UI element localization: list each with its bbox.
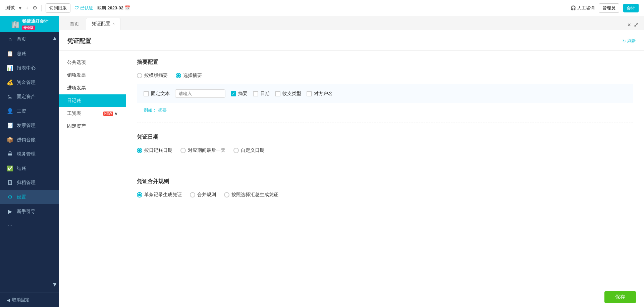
sidebar-item-ledger[interactable]: 📋 总账 xyxy=(0,46,59,61)
left-nav-item-public[interactable]: 公共选项 xyxy=(59,56,126,69)
sidebar-item-extra[interactable]: ··· xyxy=(0,219,59,233)
sidebar-item-salary[interactable]: 👤 工资 xyxy=(0,104,59,118)
date-radio-journal[interactable]: 按日记账日期 xyxy=(137,147,172,154)
logo-icon: 🏢 xyxy=(11,20,19,28)
topbar-certified: 🛡 已认证 xyxy=(74,5,93,11)
sidebar-item-settings[interactable]: ⚙ 设置 xyxy=(0,190,59,204)
tab-close-icon[interactable]: × xyxy=(112,21,115,26)
checkbox-label: 摘要 xyxy=(238,91,248,97)
merge-radio-rule[interactable]: 合并规则 xyxy=(190,192,216,198)
checkbox-date[interactable]: 日期 xyxy=(253,91,270,97)
topbar-switch-btn[interactable]: 切到旧版 xyxy=(46,3,70,13)
radio-circle-journal xyxy=(137,148,142,153)
tabbar: 首页 凭证配置 × × ⤢ xyxy=(59,16,644,30)
sidebar-item-sales[interactable]: 📦 进销台账 xyxy=(0,133,59,147)
chevron-right-icon: ∨ xyxy=(114,111,118,116)
merge-radio-single[interactable]: 单条记录生成凭证 xyxy=(137,192,182,198)
capital-icon: 💰 xyxy=(7,79,13,86)
refresh-icon: ↻ xyxy=(622,39,626,44)
reports-icon: 📊 xyxy=(7,65,13,71)
topbar-accountant-btn[interactable]: 会计 xyxy=(623,4,639,12)
salary-icon: 👤 xyxy=(7,108,13,114)
date-radio-period-last[interactable]: 对应期间最后一天 xyxy=(180,147,225,154)
radio-label: 对应期间最后一天 xyxy=(188,147,225,154)
left-nav-item-journal[interactable]: 日记账 xyxy=(59,94,126,107)
checkbox-counterpart[interactable]: 对方户名 xyxy=(307,91,333,97)
sidebar-item-capital[interactable]: 💰 资金管理 xyxy=(0,75,59,90)
sidebar-scroll-up-btn[interactable]: ▲ xyxy=(52,35,58,42)
checkbox-box-date xyxy=(253,91,258,96)
sidebar-item-reports[interactable]: 📊 报表中心 xyxy=(0,61,59,75)
date-radio-group: 按日记账日期 对应期间最后一天 自定义日期 xyxy=(137,147,633,154)
logo-title: 畅捷通好会计 xyxy=(22,18,48,24)
summary-title: 摘要配置 xyxy=(137,59,633,66)
checkbox-income-type[interactable]: 收支类型 xyxy=(275,91,301,97)
sidebar-item-checkout[interactable]: ✅ 结账 xyxy=(0,161,59,176)
sidebar-scroll: ⌂ 首页 📋 总账 📊 报表中心 💰 资金管理 🗂 固定资产 👤 工资 xyxy=(0,32,59,293)
save-bar: 保存 xyxy=(59,287,644,307)
topbar-project: 测试 xyxy=(5,5,15,11)
checkbox-summary[interactable]: ✓ 摘要 xyxy=(231,91,248,97)
ledger-icon: 📋 xyxy=(7,50,13,57)
checkbox-fixed-text[interactable]: 固定文本 xyxy=(144,91,170,97)
calendar-icon: 📅 xyxy=(125,5,130,10)
sidebar-scroll-down-btn[interactable]: ▼ xyxy=(52,281,58,288)
merge-radio-select-merge[interactable]: 按照选择汇总生成凭证 xyxy=(224,192,278,198)
checkbox-label: 日期 xyxy=(260,91,270,97)
sidebar-item-guide[interactable]: ▶ 新手引导 xyxy=(0,204,59,219)
checkbox-box-counterpart xyxy=(307,91,312,96)
tabbar-fullscreen-btn[interactable]: ⤢ xyxy=(634,21,639,29)
refresh-label: 刷新 xyxy=(627,38,636,44)
radio-label: 按模版摘要 xyxy=(144,73,168,79)
topbar-chevron-btn[interactable]: ▾ xyxy=(19,5,21,11)
example-prefix: 例如： xyxy=(144,107,157,113)
summary-radio-select[interactable]: 选择摘要 xyxy=(176,73,202,79)
topbar-add-btn[interactable]: + xyxy=(25,5,29,11)
left-nav: 公共选项 销项发票 进项发票 日记账 工资表 NEW xyxy=(59,51,126,287)
sidebar-item-home[interactable]: ⌂ 首页 xyxy=(0,32,59,46)
save-btn[interactable]: 保存 xyxy=(604,291,636,303)
topbar-consult[interactable]: 🎧 人工咨询 xyxy=(571,5,595,11)
left-nav-item-sales-invoice[interactable]: 销项发票 xyxy=(59,69,126,82)
left-nav-item-payroll[interactable]: 工资表 NEW ∨ xyxy=(59,107,126,120)
radio-label: 选择摘要 xyxy=(183,73,202,79)
summary-radio-group: 按模版摘要 选择摘要 xyxy=(137,73,633,79)
radio-circle-select-merge xyxy=(224,192,229,198)
tab-home[interactable]: 首页 xyxy=(64,18,85,30)
sidebar-item-tax[interactable]: 🏛 税务管理 xyxy=(0,147,59,161)
topbar-right: 🎧 人工咨询 管理员 会计 xyxy=(571,3,639,13)
tab-voucher-config[interactable]: 凭证配置 × xyxy=(86,18,120,30)
fixed-text-input[interactable] xyxy=(175,89,225,98)
left-nav-label: 销项发票 xyxy=(67,72,86,78)
sidebar-item-assets[interactable]: 🗂 固定资产 xyxy=(0,90,59,104)
sidebar-cancel-pin[interactable]: ◀ 取消固定 xyxy=(0,293,59,307)
certified-icon: 🛡 xyxy=(74,5,79,10)
radio-label: 按日记账日期 xyxy=(144,147,172,154)
checkout-icon: ✅ xyxy=(7,165,13,172)
checkbox-label: 收支类型 xyxy=(282,91,301,97)
sidebar-item-invoice[interactable]: 🧾 发票管理 xyxy=(0,118,59,133)
sidebar-item-archive[interactable]: 🗄 归档管理 xyxy=(0,176,59,190)
tax-icon: 🏛 xyxy=(7,151,13,157)
radio-circle-custom xyxy=(233,148,239,153)
date-radio-custom[interactable]: 自定义日期 xyxy=(233,147,264,154)
sidebar-item-label: 税务管理 xyxy=(17,151,36,157)
tabbar-close-btn[interactable]: × xyxy=(627,21,631,29)
refresh-btn[interactable]: ↻ 刷新 xyxy=(622,38,636,44)
sidebar-item-label: 资金管理 xyxy=(17,80,36,86)
topbar-settings-btn[interactable]: ⚙ xyxy=(33,5,37,11)
topbar-divider xyxy=(41,5,42,11)
sales-icon: 📦 xyxy=(7,137,13,143)
sidebar-logo: 🏢 畅捷通好会计 专业版 xyxy=(0,16,59,32)
logo-sub: 专业版 xyxy=(22,26,35,30)
checkbox-label: 固定文本 xyxy=(151,91,170,97)
left-nav-item-purchase-invoice[interactable]: 进项发票 xyxy=(59,82,126,94)
radio-circle-single xyxy=(137,192,142,198)
consult-label: 人工咨询 xyxy=(577,5,595,11)
left-nav-item-fixed-assets[interactable]: 固定资产 xyxy=(59,120,126,133)
merge-title: 凭证合并规则 xyxy=(137,178,633,185)
topbar-admin-btn[interactable]: 管理员 xyxy=(599,3,619,13)
summary-radio-template[interactable]: 按模版摘要 xyxy=(137,73,168,79)
left-nav-label: 工资表 xyxy=(67,111,81,117)
content-area: 首页 凭证配置 × × ⤢ 凭证配置 ↻ 刷新 xyxy=(59,16,644,307)
